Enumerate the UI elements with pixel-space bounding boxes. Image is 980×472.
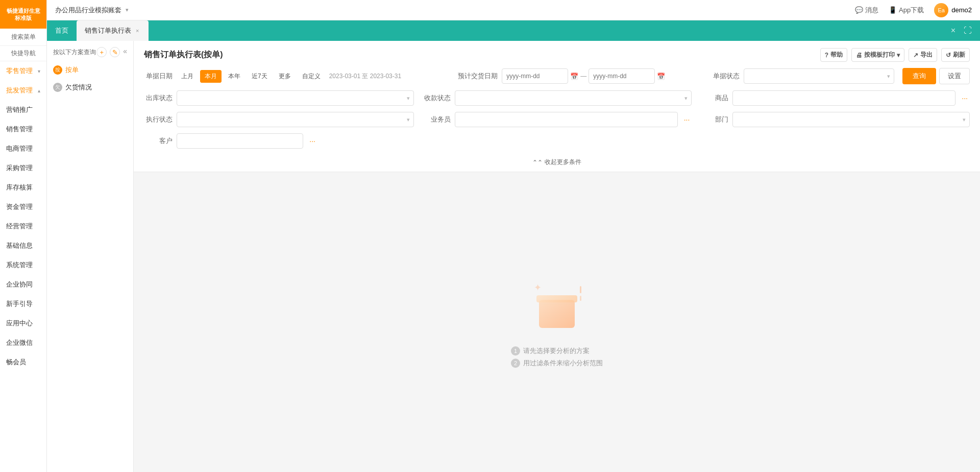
sidebar-item-label: 畅会员 xyxy=(6,358,26,367)
sidebar-item-apps[interactable]: 应用中心 xyxy=(0,314,46,333)
date-btn-lastmonth[interactable]: 上月 xyxy=(177,70,198,83)
sidebar-item-operations[interactable]: 经营管理 xyxy=(0,217,46,236)
sidebar-item-wholesale[interactable]: 批发管理 ▴ xyxy=(0,81,46,100)
help-icon: ? xyxy=(825,52,828,59)
plan-item-shortage[interactable]: 欠 欠货情况 xyxy=(47,79,133,96)
sidebar-item-label: 新手引导 xyxy=(6,299,33,309)
tip-num-2: 2 xyxy=(511,359,520,368)
payment-status-select[interactable] xyxy=(455,90,692,106)
goods-input[interactable] xyxy=(732,90,955,106)
search-row-3: 执行状态 业务员 ··· 部门 xyxy=(144,112,970,127)
sidebar-item-retail[interactable]: 零售管理 ▾ xyxy=(0,61,46,81)
print-label: 按模板打印 xyxy=(864,51,895,59)
exec-status-select-wrapper xyxy=(177,112,414,127)
sidebar-item-newbie[interactable]: 新手引导 xyxy=(0,294,46,314)
tab-sales-order[interactable]: 销售订单执行表 × xyxy=(77,20,149,41)
refresh-icon: ↺ xyxy=(946,52,951,59)
page-title-bar: 销售订单执行表(按单) ? 帮助 🖨 按模板打印 ▾ ↗ xyxy=(144,48,970,62)
sidebar-item-wechat[interactable]: 企业微信 xyxy=(0,333,46,352)
date-btn-thismonth[interactable]: 本月 xyxy=(200,70,222,83)
app-download-btn[interactable]: 📱 App下载 xyxy=(889,6,924,15)
sidebar-item-enterprise[interactable]: 企业协同 xyxy=(0,275,46,294)
panel-title: 按以下方案查询 xyxy=(53,48,96,57)
dept-select[interactable] xyxy=(732,112,970,127)
help-btn[interactable]: ? 帮助 xyxy=(820,48,847,62)
expected-date-start[interactable] xyxy=(502,68,568,84)
collapse-panel-btn[interactable]: « xyxy=(123,47,127,57)
main-area: 办公用品行业模拟账套 ▾ 💬 消息 📱 App下载 Ea demo2 首页 xyxy=(47,0,980,472)
page-title: 销售订单执行表(按单) xyxy=(144,50,223,60)
edit-icon: ✎ xyxy=(112,49,118,56)
refresh-label: 刷新 xyxy=(953,51,965,59)
sidebar-item-label: 销售管理 xyxy=(6,125,33,134)
print-btn[interactable]: 🖨 按模板打印 ▾ xyxy=(851,48,904,62)
print-icon: 🖨 xyxy=(856,52,862,59)
sidebar-item-label: 电商管理 xyxy=(6,144,33,153)
sidebar-item-member[interactable]: 畅会员 xyxy=(0,352,46,372)
box-body xyxy=(539,300,575,328)
sidebar-item-basic[interactable]: 基础信息 xyxy=(0,236,46,255)
sidebar-item-label: 采购管理 xyxy=(6,163,33,173)
expected-date-end[interactable] xyxy=(589,68,655,84)
date-btn-custom[interactable]: 自定义 xyxy=(298,70,325,83)
sidebar-quick-nav[interactable]: 快捷导航 xyxy=(0,46,46,61)
date-btn-7days[interactable]: 近7天 xyxy=(247,70,272,83)
sidebar-item-finance[interactable]: 资金管理 xyxy=(0,197,46,217)
window-close-btn[interactable]: × xyxy=(949,25,958,36)
search-row-2: 出库状态 收款状态 商品 ··· xyxy=(144,90,970,106)
industry-dropdown-icon[interactable]: ▾ xyxy=(126,7,129,13)
sidebar-search[interactable]: 搜索菜单 xyxy=(0,29,46,46)
plan-item-by-order[interactable]: 按 按单 xyxy=(47,61,133,79)
date-quick-btns: 上月 本月 本年 近7天 更多 自定义 xyxy=(177,70,325,83)
refresh-btn[interactable]: ↺ 刷新 xyxy=(941,48,970,62)
box-lid xyxy=(536,295,577,302)
order-status-select[interactable] xyxy=(744,68,895,84)
user-area[interactable]: Ea demo2 xyxy=(934,3,972,17)
field-group-goods: 商品 ··· xyxy=(700,90,970,106)
collapse-chevron-up-icon: ⌃⌃ xyxy=(532,159,543,166)
salesperson-input[interactable] xyxy=(455,112,678,127)
sidebar-item-system[interactable]: 系统管理 xyxy=(0,255,46,275)
exec-status-select[interactable] xyxy=(177,112,414,127)
salesperson-dots-btn[interactable]: ··· xyxy=(682,115,692,124)
chevron-down-icon: ▾ xyxy=(38,68,40,74)
app-logo: 畅捷通好生意 标准版 xyxy=(0,0,46,29)
sidebar-item-label: 基础信息 xyxy=(6,241,33,250)
help-label: 帮助 xyxy=(830,51,843,59)
sidebar-item-label: 批发管理 xyxy=(6,86,33,95)
quick-nav-label: 快捷导航 xyxy=(11,50,36,57)
collapse-more-btn[interactable]: ⌃⌃ 收起更多条件 xyxy=(144,155,970,172)
message-btn[interactable]: 💬 消息 xyxy=(855,6,878,15)
sidebar-item-ecommerce[interactable]: 电商管理 xyxy=(0,139,46,158)
date-btn-more[interactable]: 更多 xyxy=(274,70,296,83)
sidebar-item-purchase[interactable]: 采购管理 xyxy=(0,158,46,178)
date-btn-thisyear[interactable]: 本年 xyxy=(224,70,245,83)
query-button[interactable]: 查询 xyxy=(902,68,936,84)
field-group-expected-date: 预计交货日期 📅 — 📅 xyxy=(458,68,702,84)
sidebar-item-label: 库存核算 xyxy=(6,183,33,192)
date-range-separator: — xyxy=(580,73,586,80)
empty-illustration: ✦ xyxy=(526,277,587,338)
tab-home[interactable]: 首页 xyxy=(47,20,77,41)
settings-button[interactable]: 设置 xyxy=(939,68,970,84)
sidebar-item-sales[interactable]: 销售管理 xyxy=(0,120,46,139)
field-group-date: 单据日期 上月 本月 本年 近7天 更多 自定义 2023-03-01 至 20… xyxy=(144,70,450,83)
app-download-label: App下载 xyxy=(899,6,924,15)
goods-dots-btn[interactable]: ··· xyxy=(960,94,970,102)
calendar-end-icon: 📅 xyxy=(657,73,665,80)
customer-label: 客户 xyxy=(144,136,173,146)
tab-close-icon[interactable]: × xyxy=(134,27,140,34)
window-maximize-btn[interactable]: ⛶ xyxy=(962,25,974,36)
stock-status-select[interactable] xyxy=(177,90,414,106)
sidebar-item-marketing[interactable]: 营销推广 xyxy=(0,100,46,120)
sidebar-item-label: 营销推广 xyxy=(6,105,33,114)
customer-dots-btn[interactable]: ··· xyxy=(307,137,317,145)
sidebar-item-inventory[interactable]: 库存核算 xyxy=(0,178,46,197)
add-plan-btn[interactable]: + xyxy=(96,47,107,57)
customer-input[interactable] xyxy=(177,133,303,149)
export-btn[interactable]: ↗ 导出 xyxy=(909,48,937,62)
dept-select-wrapper xyxy=(732,112,970,127)
collapse-icon: « xyxy=(123,47,127,55)
search-area: 销售订单执行表(按单) ? 帮助 🖨 按模板打印 ▾ ↗ xyxy=(134,41,980,172)
edit-plan-btn[interactable]: ✎ xyxy=(110,47,120,57)
